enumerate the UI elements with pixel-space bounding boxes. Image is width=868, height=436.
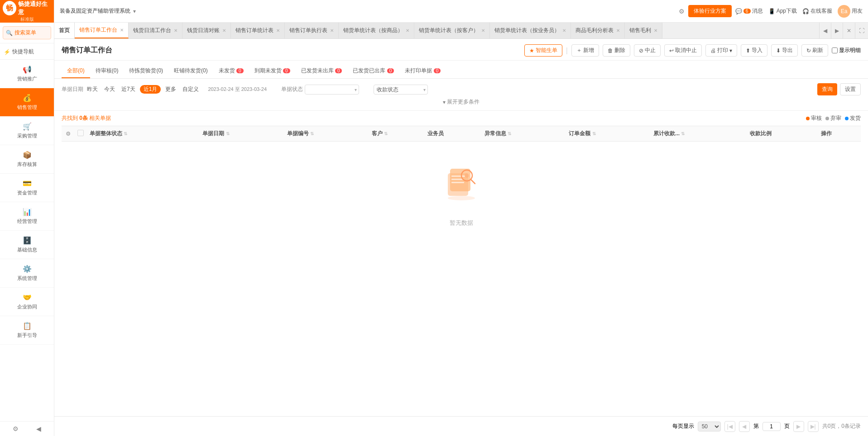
subtab-all[interactable]: 全部(0) [62, 64, 90, 78]
tab-sales-profit[interactable]: 销售毛利 ✕ [625, 23, 662, 38]
tab-sales-summary-customer-close[interactable]: ✕ [481, 28, 485, 33]
date-last1m[interactable]: 近1月 [140, 85, 161, 94]
tab-cash-account[interactable]: 钱货日清对账 ✕ [182, 23, 231, 38]
tab-sales-summary-product[interactable]: 销货单统计表（按商品） ✕ [339, 23, 414, 38]
system-title-text: 装备及固定资产辅助管理系统 [60, 7, 130, 15]
subtab-not-printed[interactable]: 未打印单据 0 [399, 64, 446, 78]
cancel-stop-button[interactable]: ↩ 取消中止 [664, 44, 702, 57]
subtab-shipped-not-out[interactable]: 已发货未出库 0 [296, 64, 348, 78]
tab-sales-stats[interactable]: 销售订单统计表 ✕ [231, 23, 285, 38]
topbar-gear-icon[interactable]: ⚙ [679, 8, 685, 15]
settings-bottom-icon[interactable]: ⚙ [13, 425, 19, 432]
tab-gross-margin[interactable]: 商品毛利分析表 ✕ [571, 23, 625, 38]
display-detail-toggle[interactable]: 显示明细 [832, 47, 861, 54]
industry-solution-button[interactable]: 体验行业方案 [688, 5, 732, 17]
display-detail-checkbox[interactable] [832, 47, 838, 53]
online-service-button[interactable]: 🎧 在线客服 [802, 7, 832, 15]
tab-cash-account-close[interactable]: ✕ [222, 28, 226, 33]
tab-cash-daily[interactable]: 钱货日清工作台 ✕ [129, 23, 182, 38]
collapse-sidebar-icon[interactable]: ◀ [36, 425, 41, 432]
user-menu[interactable]: Ea 用友 [838, 5, 863, 18]
sidebar-item-finance[interactable]: 💳 资金管理 [0, 174, 54, 202]
message-button[interactable]: 💬 6 消息 [735, 7, 763, 15]
tab-home[interactable]: 首页 [54, 23, 75, 38]
th-date-sort[interactable]: ⇅ [226, 131, 230, 136]
page-last-button[interactable]: ▶| [808, 421, 819, 432]
sidebar-item-enterprise[interactable]: 🤝 企业协同 [0, 288, 54, 316]
tab-sales-summary-staff[interactable]: 销货单统计表（按业务员） ✕ [490, 23, 571, 38]
tab-sales-stats-close[interactable]: ✕ [276, 28, 280, 33]
sidebar-item-inventory[interactable]: 📦 库存核算 [0, 145, 54, 174]
unconfirm-button[interactable]: 弃审 [825, 114, 841, 122]
page-next-button[interactable]: ▶ [793, 421, 804, 432]
page-input[interactable] [762, 422, 781, 431]
tab-next-button[interactable]: ▶ [831, 23, 843, 38]
subtab-pending-inspect[interactable]: 待拣货验货(0) [124, 64, 168, 78]
subtab-wangpu[interactable]: 旺铺待发货(0) [168, 64, 213, 78]
date-custom[interactable]: 自定义 [181, 85, 201, 94]
payment-status-select[interactable]: 收款状态 [374, 85, 428, 95]
expand-more-button[interactable]: ▾ 展开更多条件 [443, 98, 480, 106]
sidebar-item-operation[interactable]: 📊 经营管理 [0, 202, 54, 231]
smart-create-button[interactable]: ★ 智能生单 [524, 44, 562, 57]
tab-fullscreen-button[interactable]: ⛶ [855, 23, 868, 38]
page-first-button[interactable]: |◀ [724, 421, 735, 432]
add-button[interactable]: ＋ 新增 [571, 44, 599, 57]
export-button[interactable]: ⬇ 导出 [771, 44, 798, 57]
tab-cash-account-label: 钱货日清对账 [187, 27, 220, 34]
sidebar-item-marketing[interactable]: 📢 营销推广 [0, 60, 54, 88]
tab-sales-summary-customer[interactable]: 销货单统计表（按客户） ✕ [414, 23, 490, 38]
sidebar-item-system[interactable]: ⚙️ 系统管理 [0, 259, 54, 288]
sidebar-item-basic[interactable]: 🗄️ 基础信息 [0, 231, 54, 259]
date-yesterday[interactable]: 昨天 [85, 85, 100, 94]
refresh-button[interactable]: ↻ 刷新 [801, 44, 828, 57]
ship-button[interactable]: 发货 [845, 114, 861, 122]
th-amount-sort[interactable]: ⇅ [592, 131, 596, 136]
tab-close-all-button[interactable]: ✕ [843, 23, 855, 38]
settings-button[interactable]: 设置 [840, 83, 861, 95]
tab-gross-margin-close[interactable]: ✕ [616, 28, 620, 33]
tab-cash-daily-close[interactable]: ✕ [174, 28, 177, 33]
tab-sales-exec-close[interactable]: ✕ [330, 28, 334, 33]
sidebar-item-sales[interactable]: 💰 销售管理 [0, 88, 54, 117]
tab-sales-summary-product-close[interactable]: ✕ [406, 28, 409, 33]
tab-sales-workbench[interactable]: 销售订单工作台 ✕ [75, 23, 129, 38]
system-dropdown-icon[interactable]: ▾ [133, 8, 136, 14]
tab-sales-profit-close[interactable]: ✕ [654, 28, 657, 33]
tab-sales-summary-staff-close[interactable]: ✕ [562, 28, 566, 33]
page-size-select[interactable]: 50 100 200 [698, 422, 721, 431]
tab-sales-summary-product-label: 销货单统计表（按商品） [343, 27, 403, 34]
status-select[interactable] [305, 85, 359, 95]
th-gear[interactable]: ⚙ [62, 126, 74, 142]
th-number-sort[interactable]: ⇅ [310, 131, 314, 136]
sidebar-item-purchase[interactable]: 🛒 采购管理 [0, 117, 54, 145]
app-download-button[interactable]: 📱 App下载 [768, 7, 797, 15]
th-collected-sort[interactable]: ⇅ [681, 131, 685, 136]
tab-sales-exec[interactable]: 销售订单执行表 ✕ [285, 23, 339, 38]
th-check[interactable] [74, 126, 87, 142]
stop-button[interactable]: ⊘ 中止 [634, 44, 661, 57]
quick-nav[interactable]: ⚡ 快捷导航 [4, 46, 50, 57]
review-button[interactable]: 审核 [806, 114, 822, 122]
date-last7[interactable]: 近7天 [120, 85, 137, 94]
tab-sales-workbench-close[interactable]: ✕ [120, 28, 124, 33]
page-prev-button[interactable]: ◀ [739, 421, 750, 432]
subtab-overdue[interactable]: 到期未发货 0 [249, 64, 296, 78]
sidebar-item-guide[interactable]: 📋 新手引导 [0, 316, 54, 345]
import-button[interactable]: ⬆ 导入 [741, 44, 767, 57]
print-button[interactable]: 🖨 打印 ▾ [705, 44, 737, 57]
th-customer-sort[interactable]: ⇅ [384, 131, 388, 136]
date-today[interactable]: 今天 [102, 85, 117, 94]
filter-action-buttons: 查询 设置 [817, 83, 861, 95]
query-button[interactable]: 查询 [817, 83, 837, 95]
header-checkbox[interactable] [77, 130, 84, 136]
date-more[interactable]: 更多 [163, 85, 178, 94]
th-abnormal-sort[interactable]: ⇅ [508, 131, 511, 136]
search-menu-button[interactable]: 🔍 搜索菜单 [3, 26, 51, 39]
delete-button[interactable]: 🗑 删除 [603, 44, 630, 57]
tab-prev-button[interactable]: ◀ [819, 23, 831, 38]
subtab-pending-review[interactable]: 待审核(0) [90, 64, 124, 78]
subtab-not-shipped[interactable]: 未发货 0 [213, 64, 249, 78]
th-status-sort[interactable]: ⇅ [124, 131, 127, 136]
subtab-shipped-out[interactable]: 已发货已出库 0 [347, 64, 399, 78]
